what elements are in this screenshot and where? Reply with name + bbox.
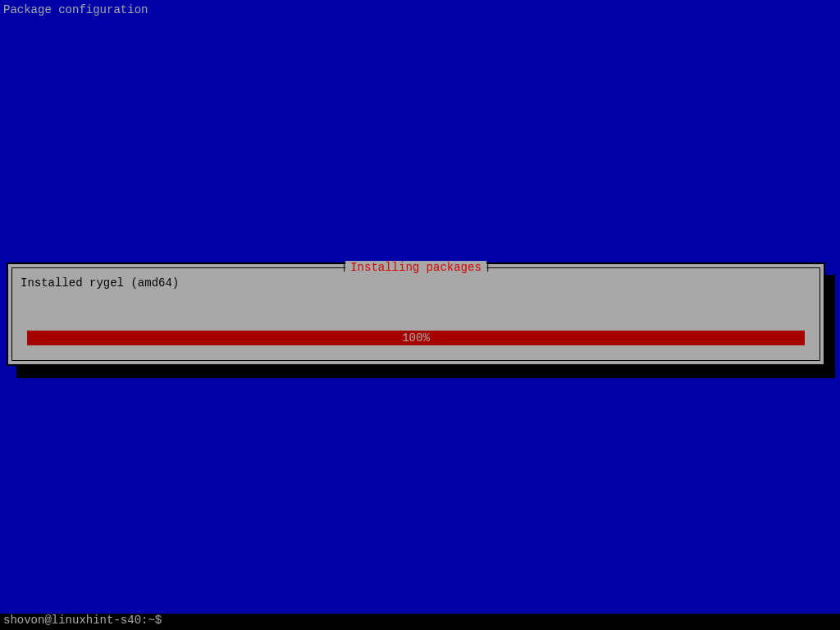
dialog-title: Installing packages [345,261,486,274]
dialog-inner-frame: Installing packages Installed rygel (amd… [11,267,820,361]
install-status-text: Installed rygel (amd64) [21,276,179,290]
terminal-prompt[interactable]: shovon@linuxhint-s40:~$ [3,614,840,627]
progress-bar: 100% [27,331,805,345]
page-title: Package configuration [3,3,148,16]
progress-label: 100% [402,331,430,345]
install-dialog: Installing packages Installed rygel (amd… [7,262,825,366]
